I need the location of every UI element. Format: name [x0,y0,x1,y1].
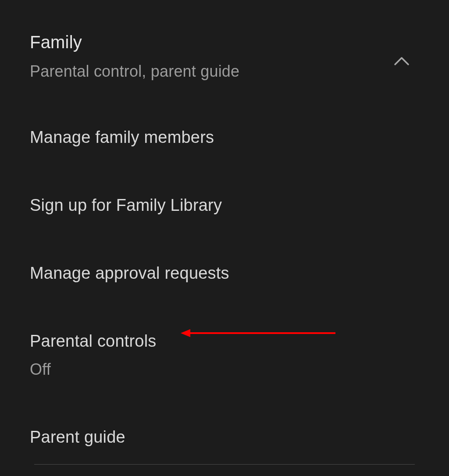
settings-panel: Family Parental control, parent guide Ma… [5,5,444,471]
parent-guide-item[interactable]: Parent guide [30,403,419,471]
collapse-toggle[interactable] [388,49,415,75]
sign-up-family-library-item[interactable]: Sign up for Family Library [30,171,419,239]
item-title: Parent guide [30,428,419,447]
section-divider [34,464,415,465]
item-title: Manage approval requests [30,264,419,283]
manage-family-members-item[interactable]: Manage family members [30,94,419,171]
item-title: Manage family members [30,128,419,147]
section-title: Family [30,32,388,53]
family-section-header[interactable]: Family Parental control, parent guide [5,5,444,94]
item-title: Sign up for Family Library [30,196,419,215]
chevron-up-icon [392,51,412,73]
section-header-text: Family Parental control, parent guide [30,32,388,81]
section-subtitle: Parental control, parent guide [30,62,388,81]
settings-list: Manage family members Sign up for Family… [5,94,444,471]
item-title: Parental controls [30,332,419,351]
parental-controls-item[interactable]: Parental controls Off [30,307,419,403]
item-subtitle: Off [30,360,419,379]
manage-approval-requests-item[interactable]: Manage approval requests [30,239,419,307]
